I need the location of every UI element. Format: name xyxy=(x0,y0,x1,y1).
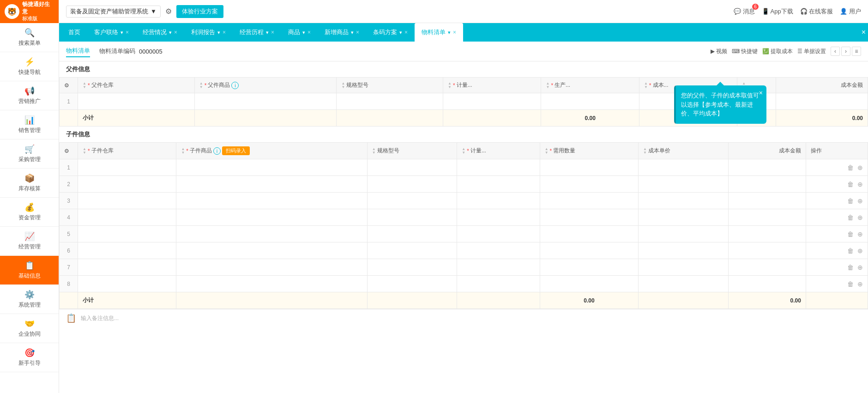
tab-history[interactable]: 经营历程 ▾ × xyxy=(233,23,281,42)
child-cell-qty[interactable] xyxy=(540,276,638,292)
sidebar-item-purchase[interactable]: 🛒 采购管理 xyxy=(0,139,59,169)
delete-icon[interactable]: 🗑 xyxy=(847,264,854,271)
child-cell-spec[interactable] xyxy=(367,209,457,226)
child-cell-warehouse[interactable] xyxy=(78,226,176,242)
parent-cell-unit[interactable] xyxy=(443,93,541,110)
tab-profit[interactable]: 利润报告 ▾ × xyxy=(184,23,233,42)
child-cell-qty[interactable] xyxy=(540,242,638,259)
sort-icon[interactable]: ▲▼ xyxy=(462,147,465,155)
copy-icon[interactable]: ⊕ xyxy=(857,181,863,188)
sort-icon[interactable]: ▲▼ xyxy=(643,147,647,155)
online-service-btn[interactable]: 🎧 在线客服 xyxy=(800,7,833,16)
child-cell-goods[interactable] xyxy=(176,259,367,276)
child-cell-unit-cost[interactable] xyxy=(639,259,729,276)
child-cell-goods[interactable] xyxy=(176,276,367,292)
child-cell-unit[interactable] xyxy=(457,176,540,193)
tab-close[interactable]: × xyxy=(356,29,359,36)
tab-add-goods[interactable]: 新增商品 ▾ × xyxy=(318,23,366,42)
sidebar-item-operations[interactable]: 📈 经营管理 xyxy=(0,227,59,256)
child-cell-unit-cost[interactable] xyxy=(639,159,729,176)
sort-icon[interactable]: ▲▼ xyxy=(83,82,86,89)
sort-icon[interactable]: ▲▼ xyxy=(83,147,86,155)
child-cell-spec[interactable] xyxy=(367,176,457,193)
info-icon[interactable]: i xyxy=(213,147,221,155)
sidebar-item-collab[interactable]: 🤝 企业协同 xyxy=(0,314,59,343)
child-th-settings[interactable]: ⚙ xyxy=(60,143,78,159)
sidebar-item-marketing[interactable]: 📢 营销推广 xyxy=(0,81,59,110)
child-cell-warehouse[interactable] xyxy=(78,209,176,226)
tab-close[interactable]: × xyxy=(223,29,226,36)
sidebar-item-search[interactable]: 🔍 搜索菜单 xyxy=(0,23,59,52)
parent-cell-spec[interactable] xyxy=(337,93,443,110)
tab-close[interactable]: × xyxy=(404,29,408,36)
child-cell-goods[interactable] xyxy=(176,242,367,259)
nav-menu-btn[interactable]: ≡ xyxy=(852,47,861,56)
tab-close[interactable]: × xyxy=(126,29,129,36)
single-settings-btn[interactable]: ☰ 单据设置 xyxy=(797,48,826,55)
user-avatar[interactable]: 👤 用户 xyxy=(840,7,861,16)
parent-cell-goods[interactable] xyxy=(194,93,337,110)
child-cell-goods[interactable] xyxy=(176,193,367,209)
child-cell-unit[interactable] xyxy=(457,209,540,226)
child-cell-unit-cost[interactable] xyxy=(639,242,729,259)
settings-icon[interactable]: ⚙ xyxy=(165,7,172,16)
child-cell-warehouse[interactable] xyxy=(78,176,176,193)
child-cell-unit[interactable] xyxy=(457,193,540,209)
delete-icon[interactable]: 🗑 xyxy=(847,214,854,221)
child-cell-unit-cost[interactable] xyxy=(639,226,729,242)
parent-th-settings[interactable]: ⚙ xyxy=(60,78,78,93)
sort-icon[interactable]: ▲▼ xyxy=(644,82,648,89)
child-cell-qty[interactable] xyxy=(540,259,638,276)
child-cell-unit[interactable] xyxy=(457,226,540,242)
tab-home[interactable]: 首页 xyxy=(61,23,87,42)
delete-icon[interactable]: 🗑 xyxy=(847,280,854,288)
child-cell-qty[interactable] xyxy=(540,193,638,209)
trial-button[interactable]: 体验行业方案 xyxy=(176,5,223,18)
copy-icon[interactable]: ⊕ xyxy=(857,197,863,205)
child-cell-spec[interactable] xyxy=(367,159,457,176)
child-cell-warehouse[interactable] xyxy=(78,159,176,176)
delete-icon[interactable]: 🗑 xyxy=(847,181,854,188)
child-cell-warehouse[interactable] xyxy=(78,193,176,209)
message-btn[interactable]: 💬 消息 6 xyxy=(734,7,755,16)
sidebar-item-quicknav[interactable]: ⚡ 快捷导航 xyxy=(0,52,59,81)
child-cell-qty[interactable] xyxy=(540,226,638,242)
child-cell-unit-cost[interactable] xyxy=(639,209,729,226)
child-cell-unit-cost[interactable] xyxy=(639,276,729,292)
view-btn[interactable]: ▶ 视频 xyxy=(711,48,727,55)
child-cell-unit[interactable] xyxy=(457,242,540,259)
child-cell-spec[interactable] xyxy=(367,193,457,209)
child-cell-goods[interactable] xyxy=(176,176,367,193)
sidebar-item-basicinfo[interactable]: 📋 基础信息 xyxy=(0,256,59,285)
subtab-bom-list[interactable]: 物料清单 xyxy=(66,45,90,57)
child-cell-warehouse[interactable] xyxy=(78,276,176,292)
child-cell-warehouse[interactable] xyxy=(78,242,176,259)
nav-next-btn[interactable]: › xyxy=(841,47,850,56)
tab-goods[interactable]: 商品 ▾ × xyxy=(281,23,318,42)
sidebar-item-finance[interactable]: 💰 资金管理 xyxy=(0,198,59,227)
sort-icon[interactable]: ▲▼ xyxy=(341,82,345,89)
copy-icon[interactable]: ⊕ xyxy=(857,214,863,221)
child-cell-spec[interactable] xyxy=(367,242,457,259)
copy-icon[interactable]: ⊕ xyxy=(857,247,863,254)
sort-icon[interactable]: ▲▼ xyxy=(199,82,203,89)
tab-close[interactable]: × xyxy=(271,29,274,36)
child-cell-unit-cost[interactable] xyxy=(639,193,729,209)
parent-cell-warehouse[interactable] xyxy=(78,93,195,110)
child-cell-spec[interactable] xyxy=(367,276,457,292)
child-cell-qty[interactable] xyxy=(540,176,638,193)
child-cell-goods[interactable] xyxy=(176,226,367,242)
sidebar-item-sales[interactable]: 📊 销售管理 xyxy=(0,110,59,139)
child-cell-unit[interactable] xyxy=(457,259,540,276)
child-cell-unit[interactable] xyxy=(457,159,540,176)
delete-icon[interactable]: 🗑 xyxy=(847,164,854,171)
system-selector[interactable]: 装备及固定资产辅助管理系统 ▼ xyxy=(66,6,161,18)
subtab-bom-code[interactable]: 物料清单编码 xyxy=(99,46,135,57)
tab-barcode[interactable]: 条码方案 ▾ × xyxy=(366,23,415,42)
sidebar-item-inventory[interactable]: 📦 库存核算 xyxy=(0,169,59,198)
info-icon[interactable]: i xyxy=(231,82,239,89)
tab-close[interactable]: × xyxy=(453,29,456,36)
sidebar-item-guide[interactable]: 🎯 新手引导 xyxy=(0,343,59,372)
scan-input-btn[interactable]: 扫码录入 xyxy=(222,146,250,155)
copy-icon[interactable]: ⊕ xyxy=(857,264,863,271)
